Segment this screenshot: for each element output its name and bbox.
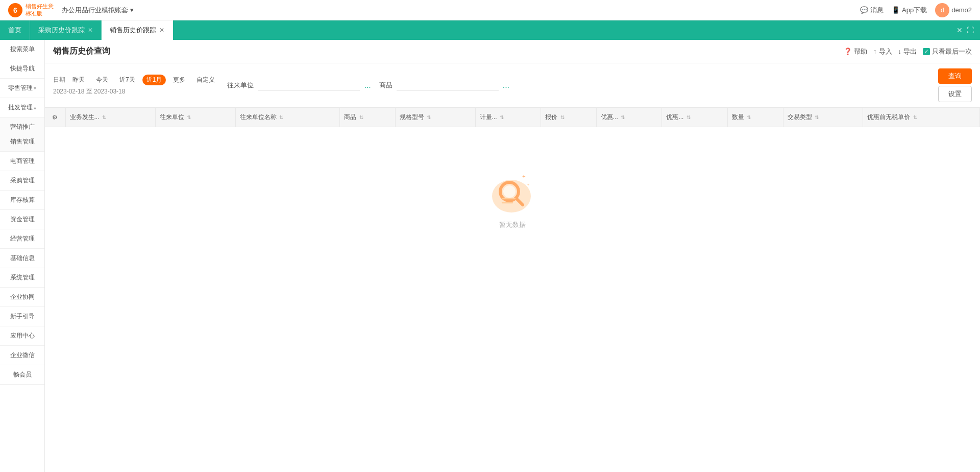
filter-actions: 查询 设置 (938, 68, 972, 102)
sidebar-item-basic-info[interactable]: 基础信息 (0, 249, 44, 268)
help-icon: ❓ (844, 48, 852, 55)
col-discount2[interactable]: 优惠... ⇅ (662, 108, 728, 127)
col-discount1[interactable]: 优惠... ⇅ (596, 108, 662, 127)
sidebar-item-wholesale-mgmt[interactable]: 批发管理 ▴ (0, 98, 44, 117)
sidebar-inventory-label: 库存核算 (10, 196, 35, 204)
sidebar-finance-mgmt-label: 资金管理 (10, 215, 35, 224)
workspace-label: 办公用品行业模拟账套 (62, 6, 128, 15)
date-btn-last1month[interactable]: 近1月 (142, 75, 166, 85)
tab-purchase-history[interactable]: 采购历史价跟踪 ✕ (30, 20, 102, 40)
tab-purchase-history-close[interactable]: ✕ (88, 27, 93, 34)
sidebar-item-retail-mgmt[interactable]: 零售管理 ▾ (0, 79, 44, 98)
query-button[interactable]: 查询 (938, 68, 972, 84)
top-header: 6 销售好生意 标准版 办公用品行业模拟账套 ▾ 💬 消息 📱 App下载 d … (0, 0, 980, 20)
page-title: 销售历史价查询 (53, 46, 110, 57)
import-btn[interactable]: ↑ 导入 (873, 47, 892, 56)
header-right: 💬 消息 📱 App下载 d demo2 (860, 3, 972, 17)
sidebar-item-ecomm-mgmt[interactable]: 电商管理 (0, 152, 44, 171)
message-btn[interactable]: 💬 消息 (860, 6, 884, 15)
col-biz-date[interactable]: 业务发生... ⇅ (65, 108, 156, 127)
logo-icon: 6 (8, 3, 22, 17)
sidebar-app-center-label: 应用中心 (10, 332, 35, 340)
sort-icon: ⇅ (102, 114, 106, 120)
table-header-row: ⚙ 业务发生... ⇅ 往来单位 ⇅ 往来单位名称 ⇅ (45, 108, 980, 127)
col-unit[interactable]: 计量... ⇅ (475, 108, 541, 127)
col-quantity[interactable]: 数量 ⇅ (728, 108, 783, 127)
tab-sales-history-label: 销售历史价跟踪 (110, 26, 156, 35)
sort-icon: ⇅ (747, 114, 751, 120)
col-quote-price-label: 报价 (545, 113, 557, 121)
sidebar-item-finance-mgmt[interactable]: 资金管理 (0, 210, 44, 229)
empty-text: 暂无数据 (499, 220, 526, 229)
sort-icon: ⇅ (500, 114, 504, 120)
col-counterparty-code[interactable]: 往来单位 ⇅ (156, 108, 236, 127)
counterparty-picker-btn[interactable]: ... (364, 81, 371, 90)
sidebar-item-corp-wechat[interactable]: 企业微信 (0, 346, 44, 365)
product-input[interactable] (397, 80, 499, 90)
col-settings[interactable]: ⚙ (45, 108, 65, 127)
tab-close-all-btn[interactable]: ✕ (957, 26, 963, 34)
sidebar-item-app-center[interactable]: 应用中心 (0, 326, 44, 346)
only-last-checkbox-label[interactable]: ✓ 只看最后一次 (923, 47, 972, 56)
date-btn-today[interactable]: 今天 (92, 75, 112, 85)
import-label: 导入 (879, 47, 892, 56)
sidebar-ecomm-mgmt-label: 电商管理 (10, 157, 35, 166)
help-label: 帮助 (854, 47, 867, 56)
sidebar-basic-info-label: 基础信息 (10, 254, 35, 263)
sidebar-item-inventory[interactable]: 库存核算 (0, 191, 44, 210)
date-btn-last7days[interactable]: 近7天 (115, 75, 139, 85)
settings-icon: ⚙ (52, 114, 58, 121)
export-btn[interactable]: ↓ 导出 (898, 47, 917, 56)
settings-button[interactable]: 设置 (938, 86, 972, 102)
product-picker-btn[interactable]: ... (503, 81, 509, 90)
sidebar-search-menu-label: 搜索菜单 (10, 45, 35, 54)
sidebar-item-member[interactable]: 畅会员 (0, 365, 44, 385)
tab-sales-history-close[interactable]: ✕ (159, 27, 164, 34)
sidebar-item-corp-collab[interactable]: 企业协同 (0, 288, 44, 307)
sidebar-item-quick-nav[interactable]: 快捷导航 (0, 59, 44, 79)
tab-bar: 首页 采购历史价跟踪 ✕ 销售历史价跟踪 ✕ ✕ ⛶ (0, 20, 980, 40)
sidebar-item-sales-mgmt[interactable]: 销售管理 (0, 134, 44, 149)
help-btn[interactable]: ❓ 帮助 (844, 47, 867, 56)
sidebar-item-sys-mgmt[interactable]: 系统管理 (0, 268, 44, 288)
date-range-display: 2023-02-18 至 2023-03-18 (53, 87, 219, 96)
date-filter-label: 日期 (53, 76, 65, 84)
tab-home[interactable]: 首页 (0, 20, 30, 40)
sidebar-corp-collab-label: 企业协同 (10, 293, 35, 301)
tab-sales-history[interactable]: 销售历史价跟踪 ✕ (102, 20, 173, 40)
date-filter: 日期 昨天 今天 近7天 近1月 更多 自定义 (53, 75, 219, 85)
sidebar-item-ops-mgmt[interactable]: 经营管理 (0, 229, 44, 249)
col-pre-tax-price-label: 优惠前无税单价 (867, 113, 910, 121)
header-left: 6 销售好生意 标准版 办公用品行业模拟账套 ▾ (8, 3, 138, 17)
col-pre-tax-price[interactable]: 优惠前无税单价 ⇅ (863, 108, 980, 127)
content: 销售历史价查询 ❓ 帮助 ↑ 导入 ↓ 导出 ✓ (45, 40, 980, 472)
tab-fullscreen-btn[interactable]: ⛶ (967, 26, 974, 34)
avatar-initial: d (941, 7, 944, 14)
date-btn-more[interactable]: 更多 (169, 75, 189, 85)
date-btn-custom[interactable]: 自定义 (192, 75, 219, 85)
logo-text: 销售好生意 标准版 (26, 3, 54, 16)
sidebar-new-guide-label: 新手引导 (10, 312, 35, 321)
sidebar-item-purchase-mgmt[interactable]: 采购管理 (0, 171, 44, 191)
app-download-btn[interactable]: 📱 App下载 (892, 6, 927, 15)
sidebar-purchase-mgmt-label: 采购管理 (10, 176, 35, 185)
col-trade-type[interactable]: 交易类型 ⇅ (783, 108, 863, 127)
workspace-selector[interactable]: 办公用品行业模拟账套 ▾ (58, 4, 138, 17)
sidebar-item-search-menu[interactable]: 搜索菜单 (0, 40, 44, 59)
col-spec[interactable]: 规格型号 ⇅ (395, 108, 475, 127)
only-last-label: 只看最后一次 (932, 47, 972, 56)
date-btn-yesterday[interactable]: 昨天 (68, 75, 89, 85)
col-counterparty-name[interactable]: 往来单位名称 ⇅ (235, 108, 340, 127)
counterparty-input[interactable] (258, 80, 360, 90)
col-product[interactable]: 商品 ⇅ (340, 108, 396, 127)
user-area[interactable]: d demo2 (935, 3, 972, 17)
sidebar-item-marketing[interactable]: 营销推广 (0, 120, 44, 134)
col-quote-price[interactable]: 报价 ⇅ (541, 108, 597, 127)
sidebar-item-new-guide[interactable]: 新手引导 (0, 307, 44, 326)
sort-icon: ⇅ (913, 114, 917, 120)
import-icon: ↑ (873, 48, 877, 55)
col-biz-date-label: 业务发生... (70, 113, 100, 121)
sidebar-sales-mgmt-label: 销售管理 (10, 137, 35, 146)
chevron-up-icon: ▴ (34, 105, 36, 110)
svg-point-2 (503, 185, 516, 198)
